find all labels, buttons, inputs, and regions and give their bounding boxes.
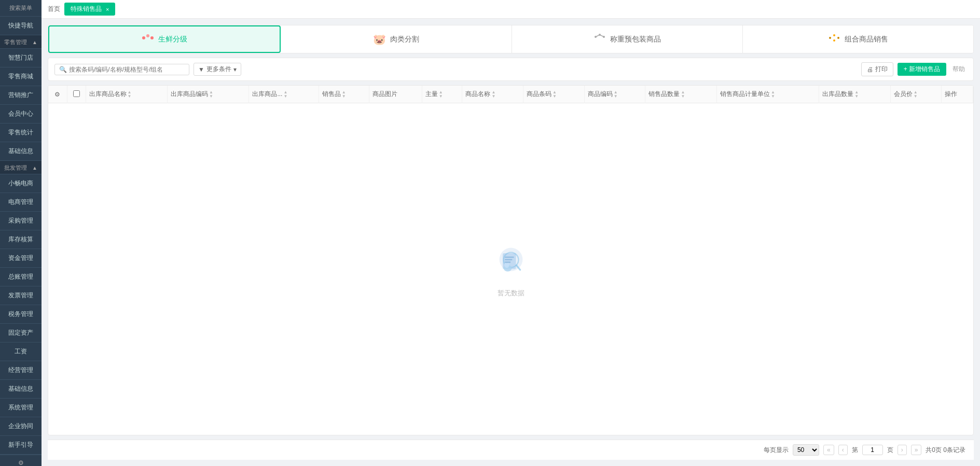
per-page-select[interactable]: 50 10 20 100 bbox=[793, 444, 819, 456]
sort-icon: ▲▼ bbox=[614, 90, 618, 99]
select-all-checkbox[interactable] bbox=[73, 90, 80, 97]
add-product-button[interactable]: + 新增销售品 bbox=[898, 63, 946, 76]
sidebar-item-finance-mgmt[interactable]: 资金管理 bbox=[0, 249, 42, 268]
sidebar-section-wholesale-label: 批发管理 bbox=[4, 164, 27, 172]
combo-sales-icon bbox=[828, 33, 840, 46]
print-button[interactable]: 🖨 打印 bbox=[861, 62, 893, 76]
sidebar-item-general-ledger[interactable]: 总账管理 bbox=[0, 268, 42, 286]
last-page-button[interactable]: » bbox=[911, 445, 922, 455]
main-content: 首页 特殊销售品 × 生鲜分级 🐷 肉类分 bbox=[42, 0, 980, 466]
print-label: 打印 bbox=[875, 65, 888, 74]
empty-icon bbox=[490, 241, 532, 282]
sort-icon: ▲▼ bbox=[439, 90, 443, 99]
col-member-price[interactable]: 会员价 ▲▼ bbox=[890, 86, 941, 103]
sort-icon: ▲▼ bbox=[771, 90, 775, 99]
svg-point-8 bbox=[829, 37, 831, 39]
sidebar-item-mini-ecom[interactable]: 小畅电商 bbox=[0, 174, 42, 193]
col-out-product-code[interactable]: 出库商品编码 ▲▼ bbox=[167, 86, 249, 103]
svg-rect-16 bbox=[505, 262, 510, 263]
weight-prepack-icon bbox=[593, 33, 606, 46]
toolbar-right: 🖨 打印 + 新增销售品 帮助 bbox=[861, 62, 967, 76]
home-tab[interactable]: 首页 bbox=[48, 5, 60, 13]
col-product-code[interactable]: 商品编码 ▲▼ bbox=[584, 86, 645, 103]
sort-icon: ▲▼ bbox=[128, 90, 132, 99]
sidebar-section-wholesale[interactable]: 批发管理 ▲ bbox=[0, 161, 42, 174]
meat-cutting-icon: 🐷 bbox=[373, 33, 386, 46]
col-sales-product[interactable]: 销售品 ▲▼ bbox=[319, 86, 369, 103]
sidebar-item-sales-promo[interactable]: 营销推广 bbox=[0, 86, 42, 105]
sidebar-item-ecom-mgmt[interactable]: 电商管理 bbox=[0, 193, 42, 212]
help-button[interactable]: 帮助 bbox=[950, 63, 967, 76]
add-label: + 新增销售品 bbox=[904, 65, 940, 74]
cat-tab-weight-prepack[interactable]: 称重预包装商品 bbox=[512, 25, 743, 53]
col-out-product-x[interactable]: 出库商品... ▲▼ bbox=[249, 86, 319, 103]
next-page-button[interactable]: › bbox=[898, 445, 907, 455]
sidebar-item-smart-store[interactable]: 智慧门店 bbox=[0, 49, 42, 67]
sidebar-item-stock-check[interactable]: 库存核算 bbox=[0, 230, 42, 249]
sidebar-item-quick-nav[interactable]: 快捷导航 bbox=[0, 17, 42, 35]
sidebar-item-business-mgmt[interactable]: 经营管理 bbox=[0, 361, 42, 380]
col-product-image[interactable]: 商品图片 bbox=[369, 86, 422, 103]
svg-rect-15 bbox=[505, 259, 512, 260]
prev-page-button[interactable]: ‹ bbox=[838, 445, 848, 455]
sidebar-item-newbie[interactable]: 新手引导 bbox=[0, 436, 42, 455]
sidebar-wholesale-expand-icon: ▲ bbox=[32, 165, 37, 171]
col-out-product-name[interactable]: 出库商品名称 ▲▼ bbox=[86, 86, 167, 103]
sort-icon: ▲▼ bbox=[681, 90, 685, 99]
sidebar-expand-icon: ▲ bbox=[32, 39, 37, 45]
page-number-input[interactable] bbox=[862, 445, 883, 455]
svg-point-11 bbox=[833, 39, 835, 42]
col-out-qty[interactable]: 出库品数量 ▲▼ bbox=[819, 86, 891, 103]
sort-icon: ▲▼ bbox=[553, 90, 557, 99]
svg-point-2 bbox=[150, 36, 154, 39]
active-tab-label: 特殊销售品 bbox=[71, 5, 102, 13]
search-input[interactable] bbox=[69, 66, 185, 73]
sidebar-item-tax-mgmt[interactable]: 税务管理 bbox=[0, 305, 42, 324]
page-label: 第 bbox=[852, 446, 858, 455]
cat-tab-meat-cutting[interactable]: 🐷 肉类分割 bbox=[281, 25, 512, 53]
svg-point-10 bbox=[837, 37, 839, 39]
svg-point-0 bbox=[142, 36, 145, 39]
sidebar-logo[interactable]: 搜索菜单 bbox=[0, 0, 42, 17]
sort-icon: ▲▼ bbox=[914, 90, 918, 99]
sidebar-item-membership[interactable]: 会员中心 bbox=[0, 105, 42, 124]
filter-button[interactable]: ▼ 更多条件 ▾ bbox=[194, 63, 241, 76]
sidebar-item-basic-info-1[interactable]: 基础信息 bbox=[0, 142, 42, 161]
col-sales-unit[interactable]: 销售商品计量单位 ▲▼ bbox=[716, 86, 819, 103]
col-barcode[interactable]: 商品条码 ▲▼ bbox=[523, 86, 585, 103]
filter-label: 更多条件 bbox=[206, 65, 231, 74]
sidebar: 搜索菜单 快捷导航 零售管理 ▲ 智慧门店 零售商城 营销推广 会员中心 零售统… bbox=[0, 0, 42, 466]
col-sales-qty[interactable]: 销售品数量 ▲▼ bbox=[645, 86, 717, 103]
sidebar-section-retail[interactable]: 零售管理 ▲ bbox=[0, 35, 42, 49]
sidebar-section-label: 零售管理 bbox=[4, 38, 27, 46]
sidebar-item-system-mgmt[interactable]: 系统管理 bbox=[0, 399, 42, 417]
sidebar-item-retail-stats[interactable]: 零售统计 bbox=[0, 124, 42, 142]
sidebar-item-invoice-mgmt[interactable]: 发票管理 bbox=[0, 286, 42, 305]
close-tab-button[interactable]: × bbox=[106, 6, 109, 12]
cat-tab-fresh-grading[interactable]: 生鲜分级 bbox=[48, 25, 281, 53]
empty-state: 暂无数据 bbox=[48, 103, 973, 435]
table-header-row: ⚙ 出库商品名称 ▲▼ 出库 bbox=[48, 86, 973, 103]
first-page-button[interactable]: « bbox=[823, 445, 834, 455]
sidebar-item-purchase-mgmt[interactable]: 采购管理 bbox=[0, 212, 42, 230]
fresh-grading-icon bbox=[142, 33, 154, 46]
search-box[interactable]: 🔍 bbox=[54, 64, 189, 75]
toolbar-left: 🔍 ▼ 更多条件 ▾ bbox=[54, 63, 241, 76]
active-tab[interactable]: 特殊销售品 × bbox=[64, 3, 115, 16]
col-checkbox[interactable] bbox=[67, 86, 86, 103]
sort-icon: ▲▼ bbox=[854, 90, 859, 99]
col-main-unit[interactable]: 主量 ▲▼ bbox=[422, 86, 462, 103]
sidebar-item-retail-mall[interactable]: 零售商城 bbox=[0, 67, 42, 86]
sidebar-item-enterprise[interactable]: 企业协同 bbox=[0, 417, 42, 436]
col-settings[interactable]: ⚙ bbox=[48, 86, 67, 103]
svg-line-7 bbox=[600, 35, 604, 37]
sidebar-item-fixed-assets[interactable]: 固定资产 bbox=[0, 324, 42, 342]
svg-point-1 bbox=[146, 34, 149, 37]
cat-tab-combo-sales[interactable]: 组合商品销售 bbox=[743, 25, 973, 53]
gear-button[interactable]: ⚙ bbox=[0, 455, 42, 466]
sidebar-item-labor[interactable]: 工资 bbox=[0, 342, 42, 361]
sidebar-item-basic-info-2[interactable]: 基础信息 bbox=[0, 380, 42, 399]
settings-icon: ⚙ bbox=[54, 91, 60, 98]
col-product-name[interactable]: 商品名称 ▲▼ bbox=[462, 86, 523, 103]
col-action: 操作 bbox=[941, 86, 973, 103]
